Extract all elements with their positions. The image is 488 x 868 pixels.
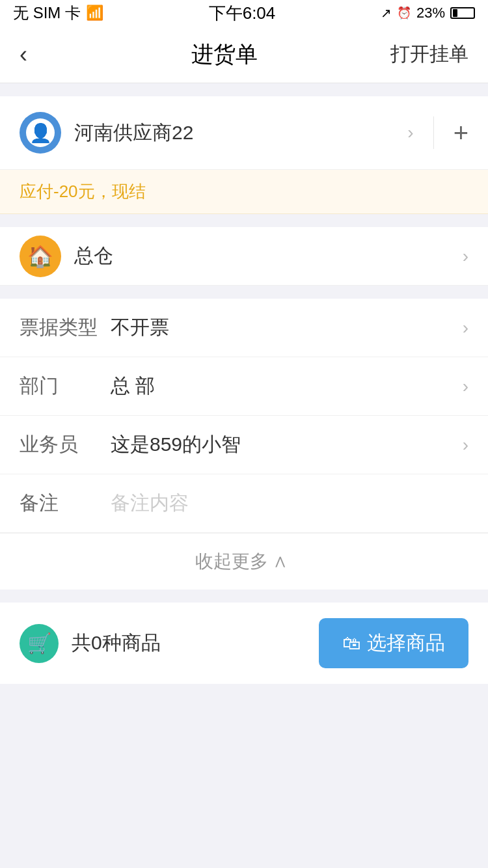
collapse-row[interactable]: 收起更多 ∧	[0, 533, 488, 590]
note-label: 备注	[20, 490, 111, 517]
select-product-label: 选择商品	[367, 630, 445, 657]
bottom-section: 🛒 共0种商品 🛍 选择商品	[0, 603, 488, 684]
battery-icon	[450, 7, 475, 19]
department-label: 部门	[20, 373, 111, 400]
supplier-row[interactable]: 👤 河南供应商22 › +	[0, 96, 488, 170]
separator-top	[0, 83, 488, 96]
battery-label: 23%	[416, 5, 445, 21]
status-left: 无 SIM 卡 📶	[13, 3, 103, 23]
product-icon: 🛒	[20, 624, 59, 663]
location-icon: ↗	[381, 5, 392, 21]
salesperson-chevron-icon: ›	[463, 435, 468, 455]
separator-1	[0, 214, 488, 227]
back-button[interactable]: ‹	[20, 41, 59, 68]
supplier-name: 河南供应商22	[74, 120, 407, 146]
invoice-type-row[interactable]: 票据类型 不开票 ›	[0, 299, 488, 357]
status-right: ↗ ⏰ 23%	[381, 5, 475, 21]
invoice-type-value: 不开票	[111, 314, 463, 341]
invoice-type-chevron-icon: ›	[463, 318, 468, 338]
supplier-section: 👤 河南供应商22 › + 应付-20元，现结	[0, 96, 488, 214]
nav-bar: ‹ 进货单 打开挂单	[0, 26, 488, 83]
warehouse-value: 总仓	[74, 243, 463, 269]
note-row[interactable]: 备注 备注内容	[0, 474, 488, 533]
vertical-divider	[433, 116, 434, 149]
status-time: 下午6:04	[209, 2, 276, 25]
status-bar: 无 SIM 卡 📶 下午6:04 ↗ ⏰ 23%	[0, 0, 488, 26]
carrier-label: 无 SIM 卡	[13, 3, 81, 23]
warehouse-row[interactable]: 🏠 总仓 ›	[0, 227, 488, 286]
salesperson-label: 业务员	[20, 431, 111, 458]
department-chevron-icon: ›	[463, 376, 468, 397]
page-title: 进货单	[191, 40, 258, 70]
product-count: 共0种商品	[72, 630, 319, 657]
supplier-avatar: 👤	[20, 112, 61, 154]
department-row[interactable]: 部门 总 部 ›	[0, 357, 488, 416]
collapse-label: 收起更多 ∧	[195, 549, 288, 574]
supplier-chevron-icon: ›	[407, 122, 413, 143]
department-value: 总 部	[111, 373, 463, 400]
invoice-type-label: 票据类型	[20, 314, 111, 341]
warehouse-icon: 🏠	[20, 236, 61, 277]
salesperson-value: 这是859的小智	[111, 431, 463, 458]
form-section: 票据类型 不开票 › 部门 总 部 › 业务员 这是859的小智 › 备注 备注…	[0, 299, 488, 590]
wifi-icon: 📶	[86, 5, 103, 21]
separator-2	[0, 286, 488, 299]
avatar-person-icon: 👤	[29, 122, 52, 144]
alarm-icon: ⏰	[397, 6, 411, 20]
select-product-button[interactable]: 🛍 选择商品	[319, 618, 468, 668]
select-product-icon: 🛍	[342, 632, 360, 654]
avatar-inner: 👤	[26, 118, 55, 147]
notice-banner: 应付-20元，现结	[0, 170, 488, 214]
note-value[interactable]: 备注内容	[111, 490, 468, 517]
warehouse-chevron-icon: ›	[463, 246, 468, 267]
salesperson-row[interactable]: 业务员 这是859的小智 ›	[0, 416, 488, 474]
notice-text: 应付-20元，现结	[20, 182, 146, 201]
add-button[interactable]: +	[454, 118, 468, 148]
open-pending-button[interactable]: 打开挂单	[390, 41, 468, 68]
